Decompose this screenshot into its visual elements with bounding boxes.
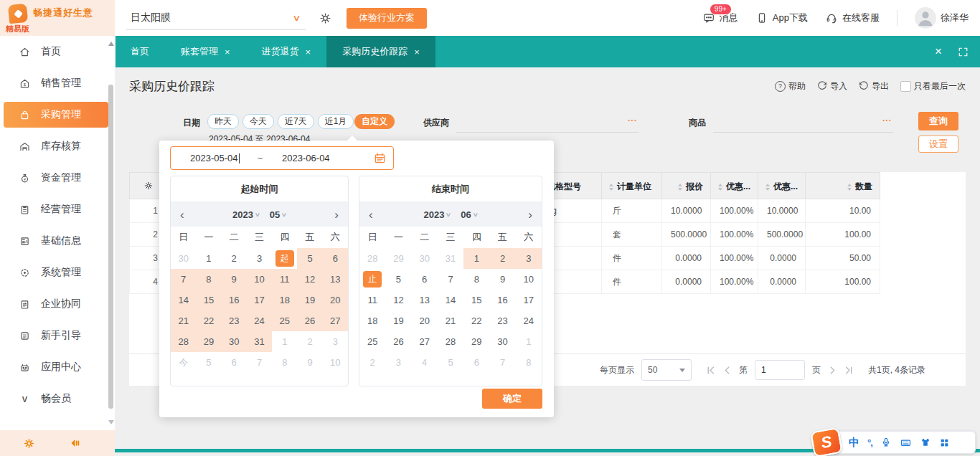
footer-gear-icon[interactable] [23, 437, 35, 450]
supplier-picker-dots[interactable]: ... [628, 113, 637, 123]
calendar-day[interactable]: 12 [297, 269, 322, 290]
calendar-day[interactable]: 止 [359, 269, 385, 290]
calendar-day[interactable]: 7 [489, 352, 515, 373]
export-button[interactable]: 导出 [859, 80, 889, 92]
user-menu[interactable]: 徐泽华 [915, 7, 969, 29]
sidebar-item-beginner-guide[interactable]: 新 新手引导 [0, 320, 115, 351]
sidebar-item-collaboration[interactable]: 企业协同 [0, 288, 115, 320]
calendar-day[interactable]: 28 [171, 331, 196, 352]
calendar-day[interactable]: 7 [247, 352, 272, 373]
calendar-day[interactable]: 13 [323, 269, 348, 290]
calendar-day[interactable]: 28 [359, 248, 385, 269]
sogou-logo-icon[interactable]: S [810, 427, 843, 456]
app-download-button[interactable]: App下载 [755, 11, 808, 24]
sidebar-item-base-info[interactable]: A 基础信息 [0, 225, 115, 257]
calendar-day[interactable]: 7 [171, 269, 196, 290]
calendar-day[interactable]: 19 [297, 290, 322, 310]
year-select[interactable]: 2023∨ [423, 209, 451, 220]
calendar-day[interactable]: 8 [272, 352, 297, 373]
calendar-day[interactable]: 11 [272, 269, 297, 290]
ime-mic-icon[interactable] [880, 437, 892, 448]
calendar-day[interactable]: 3 [323, 331, 348, 352]
year-select[interactable]: 2023∨ [232, 209, 260, 220]
sort-icon[interactable] [609, 184, 613, 191]
sidebar-item-sales[interactable]: $ 销售管理 [0, 67, 115, 99]
date-quick-pill[interactable]: 今天 [242, 114, 274, 129]
calendar-day[interactable]: 15 [463, 290, 489, 310]
sidebar-item-app-center[interactable]: 应用中心 [0, 351, 115, 383]
calendar-day[interactable]: 4 [412, 352, 438, 373]
calendar-day[interactable]: 31 [438, 248, 463, 269]
calendar-day[interactable]: 8 [196, 269, 221, 290]
month-select[interactable]: 06∨ [461, 209, 477, 220]
sidebar-item-system[interactable]: 系统管理 [0, 257, 115, 288]
calendar-day[interactable]: 今 [171, 352, 196, 373]
next-month-button[interactable]: › [334, 209, 339, 221]
calendar-day[interactable]: 3 [247, 248, 272, 269]
product-input[interactable]: ... [713, 115, 893, 133]
prev-page-button[interactable] [722, 366, 732, 375]
column-price[interactable]: 报价 [662, 173, 711, 199]
sort-icon[interactable] [765, 184, 770, 191]
import-button[interactable]: 导入 [817, 80, 847, 92]
calendar-day[interactable]: 21 [438, 310, 463, 331]
calendar-day[interactable]: 5 [297, 248, 322, 269]
search-button[interactable]: 查询 [918, 112, 958, 130]
end-date-value[interactable]: 2023-06-04 [282, 153, 330, 163]
scrollbar-thumb[interactable] [108, 85, 113, 409]
sidebar-item-vip[interactable]: V 畅会员 [0, 383, 115, 414]
calendar-day[interactable]: 3 [385, 352, 411, 373]
calendar-day[interactable]: 8 [516, 352, 542, 373]
sidebar-item-inventory[interactable]: 库存核算 [0, 130, 115, 162]
calendar-day[interactable]: 6 [412, 269, 438, 290]
calendar-day[interactable]: 26 [385, 331, 411, 352]
calendar-day[interactable]: 9 [297, 352, 322, 373]
close-tab-icon[interactable]: × [414, 47, 420, 57]
settings-gear-icon[interactable] [319, 11, 332, 25]
calendar-day[interactable]: 11 [359, 290, 385, 310]
calendar-day[interactable]: 18 [359, 310, 385, 331]
calendar-day[interactable]: 13 [412, 290, 438, 310]
calendar-day[interactable]: 22 [196, 310, 221, 331]
calendar-day[interactable]: 3 [516, 248, 542, 269]
calendar-day[interactable]: 6 [222, 352, 247, 373]
start-date-value[interactable]: 2023-05-04 [190, 153, 238, 163]
calendar-day[interactable]: 1 [463, 248, 489, 269]
sidebar-item-home[interactable]: 首页 [0, 36, 115, 67]
calendar-day[interactable]: 22 [463, 310, 489, 331]
calendar-day[interactable]: 2 [297, 331, 322, 352]
tab-purchase-history-price[interactable]: 采购历史价跟踪 × [326, 36, 435, 67]
calendar-day[interactable]: 10 [516, 269, 542, 290]
product-picker-dots[interactable]: ... [882, 113, 892, 123]
calendar-day[interactable]: 10 [247, 269, 272, 290]
calendar-day[interactable]: 30 [171, 248, 196, 269]
calendar-day[interactable]: 5 [438, 352, 463, 373]
calendar-day[interactable]: 16 [489, 290, 515, 310]
first-page-button[interactable] [706, 366, 715, 375]
calendar-day[interactable]: 30 [412, 248, 438, 269]
date-quick-pill[interactable]: 昨天 [207, 114, 239, 129]
last-only-toggle[interactable]: 只看最后一次 [900, 80, 966, 92]
calendar-day[interactable]: 23 [222, 310, 247, 331]
calendar-day[interactable]: 17 [247, 290, 272, 310]
calendar-day[interactable]: 5 [196, 352, 221, 373]
date-quick-pill[interactable]: 近7天 [278, 114, 314, 129]
sidebar-item-purchase[interactable]: 采购管理 [4, 102, 108, 128]
messages-button[interactable]: 消息 99+ [702, 11, 738, 24]
month-select[interactable]: 05∨ [270, 209, 286, 220]
calendar-day[interactable]: 起 [272, 248, 297, 269]
checkbox-icon[interactable] [900, 81, 911, 92]
sidebar-scrollbar[interactable] [108, 37, 114, 429]
calendar-day[interactable]: 29 [463, 331, 489, 352]
calendar-day[interactable]: 9 [489, 269, 515, 290]
tab-account-books[interactable]: 账套管理 × [165, 36, 246, 67]
close-tab-icon[interactable]: × [306, 47, 311, 57]
calendar-day[interactable]: 6 [463, 352, 489, 373]
help-button[interactable]: ? 帮助 [775, 80, 806, 92]
calendar-day[interactable]: 6 [323, 248, 348, 269]
trial-plan-button[interactable]: 体验行业方案 [347, 8, 427, 29]
calendar-day[interactable]: 17 [516, 290, 542, 310]
prev-month-button[interactable]: ‹ [369, 209, 373, 221]
sort-icon[interactable] [847, 184, 852, 191]
online-support-button[interactable]: 在线客服 [825, 11, 880, 24]
